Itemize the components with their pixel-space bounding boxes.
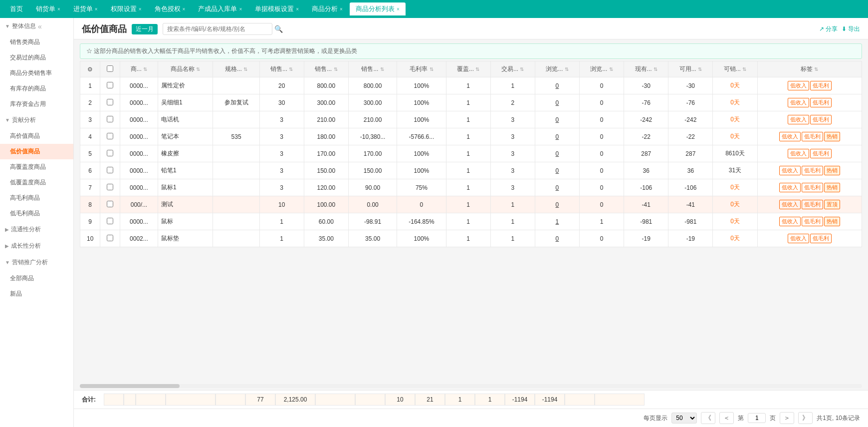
cell-browse1[interactable]: 0 [535, 128, 579, 145]
cell-browse1[interactable]: 0 [535, 77, 579, 94]
cell-checkbox[interactable] [100, 77, 120, 94]
col-tags[interactable]: 标签 ⇅ [757, 61, 862, 77]
col-sales-qty[interactable]: 销售... ⇅ [259, 61, 304, 77]
sidebar-item-stocked-products[interactable]: 有库存的商品 [0, 81, 73, 96]
sidebar-item-low-profit[interactable]: 低毛利商品 [0, 206, 73, 221]
close-icon[interactable]: × [397, 6, 400, 12]
col-browse1[interactable]: 浏览... ⇅ [535, 61, 579, 77]
sidebar-item-low-value[interactable]: 低价值商品 [0, 144, 73, 159]
share-button[interactable]: ↗ 分享 [819, 25, 838, 33]
sidebar-item-all-products[interactable]: 全部商品 [0, 271, 73, 286]
cell-checkbox[interactable] [100, 162, 120, 179]
cell-browse1[interactable]: 0 [535, 179, 579, 196]
last-page-button[interactable]: 》 [798, 412, 813, 424]
cell-browse1[interactable]: 0 [535, 111, 579, 128]
sidebar-item-new-products[interactable]: 新品 [0, 286, 73, 302]
row-checkbox[interactable] [107, 201, 113, 207]
col-trade[interactable]: 交易... ⇅ [490, 61, 535, 77]
row-checkbox[interactable] [107, 167, 113, 173]
sidebar-item-low-coverage[interactable]: 低覆盖度商品 [0, 175, 73, 190]
col-browse2[interactable]: 浏览... ⇅ [580, 61, 624, 77]
row-checkbox[interactable] [107, 82, 113, 88]
close-icon[interactable]: × [296, 6, 299, 12]
row-checkbox[interactable] [107, 116, 113, 122]
cell-checkbox[interactable] [100, 111, 120, 128]
data-table-container[interactable]: ⚙ 商... ⇅ 商品名称 ⇅ 规格... ⇅ 销售... ⇅ 销售... ⇅ … [80, 61, 862, 382]
cell-browse1[interactable]: 0 [535, 196, 579, 213]
nav-permission[interactable]: 权限设置 × [105, 2, 148, 15]
sidebar-item-category-sales-rate[interactable]: 商品分类销售率 [0, 65, 73, 81]
nav-sales-order[interactable]: 销货单 × [30, 2, 66, 15]
period-button[interactable]: 近一月 [132, 24, 158, 34]
cell-checkbox[interactable] [100, 128, 120, 145]
sidebar-group-growth[interactable]: ▶ 成长性分析 [0, 238, 73, 254]
sidebar-item-high-coverage[interactable]: 高覆盖度商品 [0, 159, 73, 175]
close-icon[interactable]: × [139, 6, 142, 12]
row-checkbox[interactable] [107, 150, 113, 156]
page-number-input[interactable] [748, 413, 766, 423]
nav-purchase-order[interactable]: 进货单 × [67, 2, 104, 15]
close-icon[interactable]: × [183, 6, 186, 12]
sidebar-item-sales-products[interactable]: 销售类商品 [0, 34, 73, 50]
sidebar-item-stock-funds[interactable]: 库存资金占用 [0, 96, 73, 112]
col-sales-price[interactable]: 销售... ⇅ [304, 61, 348, 77]
nav-product-analysis-list[interactable]: 商品分析列表 × [350, 2, 406, 15]
row-checkbox[interactable] [107, 218, 113, 224]
next-page-button[interactable]: ＞ [780, 412, 794, 424]
nav-role-auth[interactable]: 角色授权 × [149, 2, 192, 15]
col-code[interactable]: 商... ⇅ [120, 61, 158, 77]
sidebar-item-high-value[interactable]: 高价值商品 [0, 128, 73, 144]
prev-page-button[interactable]: ＜ [719, 412, 734, 424]
export-button[interactable]: ⬇ 导出 [842, 25, 860, 33]
cell-checkbox[interactable] [100, 230, 120, 247]
cell-checkbox[interactable] [100, 196, 120, 213]
nav-home[interactable]: 首页 [4, 2, 29, 15]
col-coverage[interactable]: 覆盖... ⇅ [446, 61, 490, 77]
cell-sales-qty: 20 [259, 77, 304, 94]
col-available-stock[interactable]: 可用... ⇅ [668, 61, 713, 77]
nav-product-warehouse[interactable]: 产成品入库单 × [192, 2, 248, 15]
cell-browse1[interactable]: 0 [535, 145, 579, 162]
cell-available-stock: -106 [668, 179, 713, 196]
col-current-stock[interactable]: 现有... ⇅ [624, 61, 668, 77]
col-spec[interactable]: 规格... ⇅ [213, 61, 259, 77]
scrollbar-thumb[interactable] [80, 384, 180, 388]
col-saleable[interactable]: 可销... ⇅ [713, 61, 757, 77]
sidebar-group-marketing[interactable]: ▼ 营销推广分析 [0, 254, 73, 271]
nav-template-setting[interactable]: 单据模板设置 × [249, 2, 305, 15]
row-checkbox[interactable] [107, 184, 113, 190]
col-sales-amount[interactable]: 销售... ⇅ [348, 61, 397, 77]
nav-product-analysis[interactable]: 商品分析 × [306, 2, 349, 15]
scrollbar-track[interactable] [80, 384, 862, 388]
cell-browse1[interactable]: 1 [535, 213, 579, 230]
close-icon[interactable]: × [57, 6, 60, 12]
col-name[interactable]: 商品名称 ⇅ [158, 61, 213, 77]
cell-checkbox[interactable] [100, 145, 120, 162]
cell-browse1[interactable]: 0 [535, 94, 579, 111]
page-size-select[interactable]: 50 100 200 [671, 413, 697, 424]
cell-browse1[interactable]: 0 [535, 230, 579, 247]
close-icon[interactable]: × [95, 6, 98, 12]
first-page-button[interactable]: 《 [701, 412, 715, 424]
search-button[interactable]: 🔍 [274, 25, 283, 33]
close-icon[interactable]: × [239, 6, 242, 12]
cell-checkbox[interactable] [100, 213, 120, 230]
row-checkbox[interactable] [107, 133, 113, 139]
col-checkbox[interactable] [100, 61, 120, 77]
cell-checkbox[interactable] [100, 179, 120, 196]
cell-checkbox[interactable] [100, 94, 120, 111]
close-icon[interactable]: × [340, 6, 343, 12]
sidebar-group-contribution[interactable]: ▼ 贡献分析 [0, 112, 73, 128]
sidebar-item-high-profit[interactable]: 高毛利商品 [0, 190, 73, 206]
sidebar-item-traded-products[interactable]: 交易过的商品 [0, 50, 73, 65]
col-settings[interactable]: ⚙ [80, 61, 100, 77]
col-gross-margin[interactable]: 毛利率 ⇅ [397, 61, 446, 77]
cell-browse1[interactable]: 0 [535, 162, 579, 179]
search-input[interactable] [163, 23, 272, 35]
collapse-button[interactable]: « [36, 22, 44, 30]
row-checkbox[interactable] [107, 235, 113, 241]
sidebar-group-liquidity[interactable]: ▶ 流通性分析 [0, 221, 73, 238]
sidebar-group-overall[interactable]: ▼ 整体信息 « [0, 18, 73, 34]
row-checkbox[interactable] [107, 99, 113, 105]
select-all-checkbox[interactable] [107, 65, 113, 72]
